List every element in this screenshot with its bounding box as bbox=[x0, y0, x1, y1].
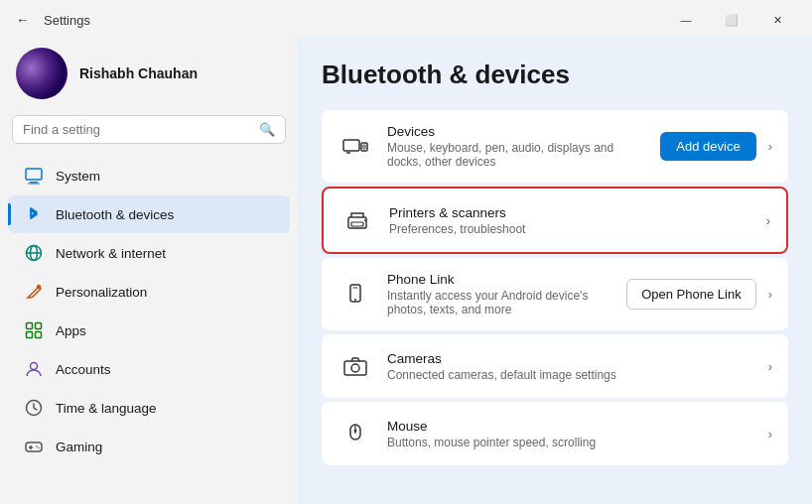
svg-rect-10 bbox=[36, 332, 42, 338]
sidebar-item-gaming[interactable]: Gaming bbox=[8, 428, 290, 465]
printers-action: › bbox=[762, 213, 770, 228]
mouse-action: › bbox=[764, 427, 772, 441]
back-button[interactable]: ← bbox=[12, 10, 34, 30]
devices-title: Devices bbox=[387, 124, 646, 139]
svg-point-26 bbox=[354, 299, 356, 301]
bluetooth-icon bbox=[24, 204, 44, 224]
network-label: Network & internet bbox=[56, 246, 166, 261]
nav-list: System Bluetooth & devices bbox=[0, 156, 298, 466]
svg-point-16 bbox=[36, 445, 38, 447]
phonelink-subtitle: Instantly access your Android device's p… bbox=[387, 289, 612, 316]
svg-rect-28 bbox=[344, 361, 366, 375]
sidebar-item-system[interactable]: System bbox=[8, 157, 290, 194]
time-label: Time & language bbox=[56, 401, 157, 416]
minimize-button[interactable]: — bbox=[663, 4, 709, 36]
close-button[interactable]: ✕ bbox=[754, 4, 800, 36]
svg-rect-18 bbox=[343, 140, 359, 151]
devices-subtitle: Mouse, keyboard, pen, audio, displays an… bbox=[387, 141, 646, 169]
search-icon: 🔍 bbox=[259, 122, 275, 137]
cameras-text: Cameras Connected cameras, default image… bbox=[387, 351, 750, 382]
apps-icon bbox=[24, 320, 44, 340]
svg-rect-0 bbox=[26, 169, 42, 180]
svg-point-17 bbox=[38, 447, 40, 449]
svg-rect-13 bbox=[26, 442, 42, 451]
cameras-title: Cameras bbox=[387, 351, 750, 366]
main-layout: Rishabh Chauhan 🔍 System bbox=[0, 36, 812, 504]
apps-label: Apps bbox=[56, 323, 86, 338]
svg-rect-23 bbox=[351, 222, 363, 226]
phonelink-item[interactable]: Phone Link Instantly access your Android… bbox=[322, 258, 788, 330]
mouse-item[interactable]: Mouse Buttons, mouse pointer speed, scro… bbox=[322, 402, 788, 465]
add-device-button[interactable]: Add device bbox=[660, 132, 755, 161]
printers-text: Printers & scanners Preferences, trouble… bbox=[389, 205, 748, 236]
cameras-chevron: › bbox=[768, 359, 772, 374]
mouse-text: Mouse Buttons, mouse pointer speed, scro… bbox=[387, 419, 750, 449]
system-label: System bbox=[56, 169, 100, 184]
svg-point-29 bbox=[351, 364, 359, 372]
accounts-label: Accounts bbox=[56, 362, 111, 377]
devices-text: Devices Mouse, keyboard, pen, audio, dis… bbox=[387, 124, 646, 169]
open-phone-button[interactable]: Open Phone Link bbox=[626, 279, 755, 310]
network-icon bbox=[24, 243, 44, 263]
devices-icon bbox=[338, 129, 373, 165]
devices-item[interactable]: Devices Mouse, keyboard, pen, audio, dis… bbox=[322, 110, 788, 183]
avatar-image bbox=[16, 48, 68, 99]
time-icon bbox=[24, 398, 44, 418]
phonelink-text: Phone Link Instantly access your Android… bbox=[387, 272, 612, 316]
bluetooth-label: Bluetooth & devices bbox=[56, 207, 174, 222]
sidebar-item-network[interactable]: Network & internet bbox=[8, 234, 290, 272]
svg-rect-9 bbox=[27, 332, 33, 338]
mouse-icon bbox=[338, 416, 373, 451]
page-title: Bluetooth & devices bbox=[322, 60, 788, 90]
user-section[interactable]: Rishabh Chauhan bbox=[0, 36, 298, 115]
title-bar-left: ← Settings bbox=[12, 10, 90, 30]
mouse-chevron: › bbox=[768, 427, 772, 441]
avatar bbox=[16, 48, 68, 99]
svg-point-11 bbox=[31, 363, 38, 370]
printers-subtitle: Preferences, troubleshoot bbox=[389, 222, 748, 236]
printers-item[interactable]: Printers & scanners Preferences, trouble… bbox=[322, 187, 788, 254]
printers-icon bbox=[339, 202, 375, 238]
window-controls: — ⬜ ✕ bbox=[663, 4, 800, 36]
svg-rect-1 bbox=[30, 182, 38, 184]
svg-rect-19 bbox=[361, 143, 367, 151]
sidebar-item-apps[interactable]: Apps bbox=[8, 312, 290, 349]
cameras-icon bbox=[338, 348, 373, 384]
cameras-action: › bbox=[764, 359, 772, 374]
gaming-label: Gaming bbox=[56, 440, 102, 454]
svg-point-32 bbox=[354, 430, 357, 433]
sidebar: Rishabh Chauhan 🔍 System bbox=[0, 36, 298, 504]
svg-point-24 bbox=[364, 219, 366, 221]
personalization-icon bbox=[24, 282, 44, 302]
title-bar: ← Settings — ⬜ ✕ bbox=[0, 0, 812, 36]
svg-rect-8 bbox=[36, 323, 42, 329]
search-input[interactable] bbox=[23, 122, 251, 137]
sidebar-item-personalization[interactable]: Personalization bbox=[8, 273, 290, 311]
devices-chevron: › bbox=[768, 139, 772, 154]
accounts-icon bbox=[24, 359, 44, 379]
personalization-label: Personalization bbox=[56, 285, 147, 300]
cameras-item[interactable]: Cameras Connected cameras, default image… bbox=[322, 334, 788, 398]
mouse-title: Mouse bbox=[387, 419, 750, 434]
cameras-subtitle: Connected cameras, default image setting… bbox=[387, 368, 750, 382]
maximize-button[interactable]: ⬜ bbox=[709, 4, 754, 36]
sidebar-item-accounts[interactable]: Accounts bbox=[8, 350, 290, 388]
devices-action: Add device › bbox=[660, 132, 772, 161]
system-icon bbox=[24, 166, 44, 186]
svg-rect-7 bbox=[27, 323, 33, 329]
phonelink-title: Phone Link bbox=[387, 272, 612, 287]
printers-chevron: › bbox=[766, 213, 770, 228]
content-area: Bluetooth & devices Devices Mouse, keybo… bbox=[298, 36, 812, 504]
sidebar-item-bluetooth[interactable]: Bluetooth & devices bbox=[8, 195, 290, 233]
phonelink-action: Open Phone Link › bbox=[626, 279, 772, 310]
phonelink-icon bbox=[338, 277, 373, 313]
svg-rect-21 bbox=[363, 145, 365, 149]
user-name: Rishabh Chauhan bbox=[79, 65, 198, 81]
search-box[interactable]: 🔍 bbox=[12, 115, 286, 144]
printers-title: Printers & scanners bbox=[389, 205, 748, 220]
svg-rect-2 bbox=[28, 184, 40, 185]
app-title: Settings bbox=[44, 13, 90, 28]
settings-list: Devices Mouse, keyboard, pen, audio, dis… bbox=[322, 110, 788, 465]
mouse-subtitle: Buttons, mouse pointer speed, scrolling bbox=[387, 436, 750, 449]
sidebar-item-time[interactable]: Time & language bbox=[8, 389, 290, 427]
